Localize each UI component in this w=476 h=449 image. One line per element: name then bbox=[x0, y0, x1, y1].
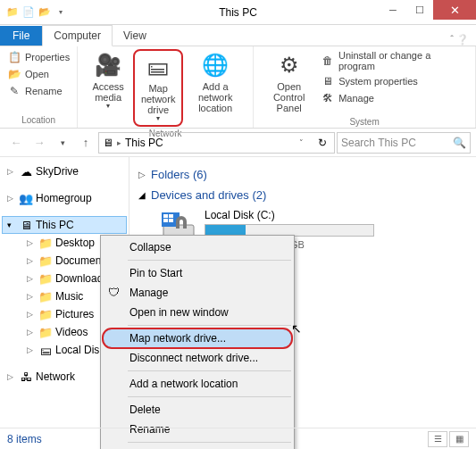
ribbon-group-location: 📋Properties 📂Open ✎Rename Location bbox=[0, 46, 78, 128]
svg-rect-4 bbox=[163, 219, 168, 222]
window-buttons: ─ ☐ ✕ bbox=[380, 0, 476, 20]
forward-button[interactable]: → bbox=[29, 132, 50, 154]
tab-file[interactable]: File bbox=[0, 26, 42, 46]
tree-this-pc[interactable]: ▾🖥This PC bbox=[2, 216, 127, 234]
computer-icon: 🖥 bbox=[19, 218, 33, 232]
tree-homegroup[interactable]: ▷👥Homegroup bbox=[2, 189, 127, 207]
drive-icon: 🖴 bbox=[38, 343, 53, 357]
rename-button[interactable]: ✎Rename bbox=[5, 83, 71, 99]
cm-open-new[interactable]: Open in new window bbox=[103, 303, 292, 322]
separator bbox=[128, 325, 291, 326]
chevron-down-icon[interactable]: ▾ bbox=[7, 220, 16, 229]
cursor-icon: ↖ bbox=[291, 321, 302, 336]
chevron-right-icon[interactable]: ▷ bbox=[27, 292, 36, 301]
open-button[interactable]: 📂Open bbox=[5, 66, 71, 82]
system-properties-button[interactable]: 🖥System properties bbox=[319, 73, 470, 89]
drive-name: Local Disk (C:) bbox=[205, 209, 383, 221]
svg-rect-5 bbox=[169, 219, 173, 222]
search-box[interactable]: Search This PC 🔍 bbox=[337, 132, 471, 154]
minimize-button[interactable]: ─ bbox=[380, 0, 406, 20]
properties-icon: 📋 bbox=[7, 50, 21, 64]
view-toggles: ☰ ▦ bbox=[428, 431, 469, 447]
svg-rect-2 bbox=[163, 214, 168, 218]
search-icon: 🔍 bbox=[453, 137, 466, 149]
network-icon: 🖧 bbox=[19, 370, 33, 384]
svg-rect-3 bbox=[169, 214, 173, 218]
chevron-right-icon: ▷ bbox=[138, 170, 146, 179]
address-dropdown-icon[interactable]: ˅ bbox=[291, 138, 311, 147]
rename-icon: ✎ bbox=[7, 84, 21, 98]
cm-map-network-drive[interactable]: Map network drive... bbox=[103, 328, 292, 348]
folder-icon: 📁 bbox=[38, 325, 53, 339]
app-icon[interactable]: 📁 bbox=[5, 5, 20, 20]
quick-access-toolbar: 📁 📄 📂 ▾ bbox=[0, 5, 68, 20]
tab-computer[interactable]: Computer bbox=[42, 25, 113, 46]
ribbon-group-network: 🎥 Access media▾ 🖴 Map network drive▾ 🌐 A… bbox=[78, 46, 254, 128]
add-location-icon: 🌐 bbox=[201, 51, 230, 79]
close-button[interactable]: ✕ bbox=[433, 0, 476, 20]
ribbon: 📋Properties 📂Open ✎Rename Location 🎥 Acc… bbox=[0, 46, 476, 129]
properties-button[interactable]: 📋Properties bbox=[5, 49, 71, 65]
cloud-icon: ☁ bbox=[19, 164, 33, 179]
refresh-button[interactable]: ↻ bbox=[314, 137, 330, 149]
homegroup-icon: 👥 bbox=[19, 191, 33, 205]
search-placeholder: Search This PC bbox=[341, 137, 416, 149]
details-view-button[interactable]: ☰ bbox=[428, 431, 447, 447]
cm-add-location[interactable]: Add a network location bbox=[103, 374, 292, 394]
status-bar: 8 items ☰ ▦ bbox=[0, 428, 476, 449]
recent-dropdown[interactable]: ▾ bbox=[52, 132, 73, 154]
icons-view-button[interactable]: ▦ bbox=[449, 431, 469, 447]
address-path: This PC bbox=[125, 137, 163, 149]
chevron-right-icon[interactable]: ▷ bbox=[7, 167, 16, 176]
up-button[interactable]: ↑ bbox=[75, 132, 96, 154]
window-title: This PC bbox=[219, 6, 257, 19]
cm-pin[interactable]: Pin to Start bbox=[103, 263, 292, 283]
separator bbox=[128, 260, 291, 261]
group-label-system: System bbox=[259, 115, 470, 129]
cm-delete[interactable]: Delete bbox=[103, 400, 292, 420]
control-panel-button[interactable]: ⚙ Open Control Panel bbox=[259, 49, 319, 115]
chevron-right-icon[interactable]: ▷ bbox=[27, 345, 36, 354]
maximize-button[interactable]: ☐ bbox=[406, 0, 433, 20]
tab-view[interactable]: View bbox=[113, 26, 157, 46]
back-button[interactable]: ← bbox=[5, 132, 27, 154]
chevron-right-icon[interactable]: ▷ bbox=[27, 274, 36, 283]
cm-disconnect[interactable]: Disconnect network drive... bbox=[103, 348, 292, 368]
media-icon: 🎥 bbox=[94, 51, 122, 79]
map-network-drive-button[interactable]: 🖴 Map network drive▾ bbox=[133, 49, 183, 127]
access-media-button[interactable]: 🎥 Access media▾ bbox=[83, 49, 133, 112]
group-label-location: Location bbox=[5, 113, 71, 127]
ribbon-tabs: File Computer View ˆ ❔ bbox=[0, 25, 476, 46]
ribbon-toggle-icon[interactable]: ˆ ❔ bbox=[443, 34, 476, 46]
devices-section[interactable]: ◢ Devices and drives (2) bbox=[138, 185, 467, 205]
folder-icon: 📁 bbox=[38, 307, 53, 321]
cm-manage[interactable]: 🛡Manage bbox=[103, 283, 292, 303]
tree-skydrive[interactable]: ▷☁SkyDrive bbox=[2, 162, 127, 180]
chevron-right-icon[interactable]: ▷ bbox=[27, 310, 36, 319]
shield-icon: 🛡 bbox=[108, 286, 122, 300]
address-bar[interactable]: 🖥 ▸ This PC ˅ ↻ bbox=[98, 132, 335, 154]
add-network-location-button[interactable]: 🌐 Add a network location bbox=[183, 49, 247, 115]
properties-icon[interactable]: 📄 bbox=[21, 5, 36, 20]
navigation-bar: ← → ▾ ↑ 🖥 ▸ This PC ˅ ↻ Search This PC 🔍 bbox=[0, 129, 476, 157]
chevron-right-icon[interactable]: ▷ bbox=[27, 238, 36, 247]
manage-button[interactable]: 🛠Manage bbox=[319, 90, 470, 106]
qat-dropdown-icon[interactable]: ▾ bbox=[54, 5, 68, 20]
folder-icon: 📁 bbox=[38, 271, 53, 286]
folders-section[interactable]: ▷ Folders (6) bbox=[138, 164, 467, 185]
separator bbox=[128, 370, 291, 371]
uninstall-button[interactable]: 🗑Uninstall or change a program bbox=[319, 49, 470, 72]
ribbon-group-system: ⚙ Open Control Panel 🗑Uninstall or chang… bbox=[254, 46, 476, 128]
chevron-right-icon[interactable]: ▷ bbox=[27, 328, 36, 337]
chevron-right-icon[interactable]: ▷ bbox=[7, 372, 16, 381]
chevron-right-icon[interactable]: ▷ bbox=[27, 256, 36, 265]
chevron-right-icon: ▸ bbox=[117, 138, 121, 147]
chevron-right-icon[interactable]: ▷ bbox=[7, 194, 16, 203]
open-icon: 📂 bbox=[7, 67, 21, 81]
folder-icon: 📁 bbox=[38, 254, 53, 268]
map-drive-icon: 🖴 bbox=[144, 53, 172, 81]
uninstall-icon: 🗑 bbox=[321, 54, 335, 68]
new-folder-icon[interactable]: 📂 bbox=[38, 5, 52, 20]
control-panel-icon: ⚙ bbox=[275, 51, 304, 79]
cm-collapse[interactable]: Collapse bbox=[103, 237, 292, 257]
